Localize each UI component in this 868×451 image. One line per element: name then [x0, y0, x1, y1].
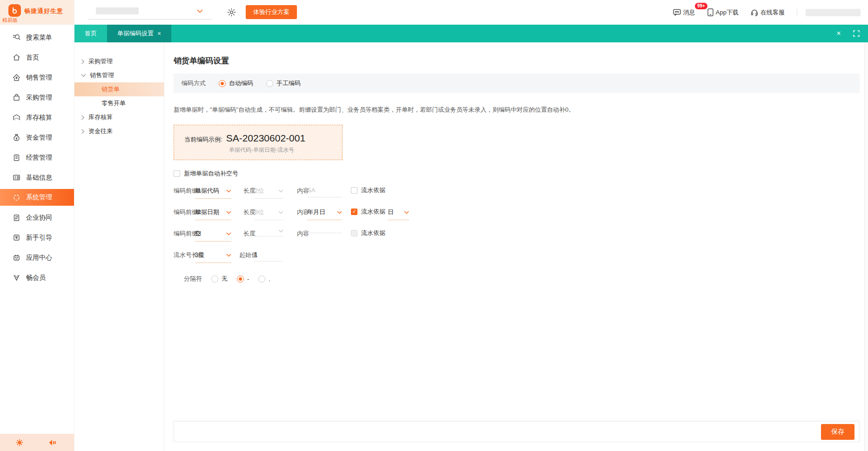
tree-item-purchase[interactable]: 采购管理	[74, 54, 164, 68]
chevron-down-icon	[226, 232, 231, 236]
separator-row: 分隔符 无 - .	[174, 275, 860, 283]
sidebar-item-search-menu[interactable]: 搜索菜单	[0, 27, 74, 47]
serial-length-select[interactable]: 3位	[195, 251, 231, 263]
prefix3-type-select[interactable]: 空	[195, 229, 231, 242]
sidebar-item-funds[interactable]: 资金管理	[0, 128, 74, 148]
radio-icon	[237, 276, 244, 283]
tab-home[interactable]: 首页	[74, 25, 107, 42]
main-content: 销货单编码设置 编码方式 自动编码 手工编码 新增单据时，"单据编码"自动生成，…	[164, 42, 868, 451]
sidebar-menu: 搜索菜单 首页 销售管理 采购管理 库存核算 资金管理	[0, 25, 74, 288]
trial-industry-plan-button[interactable]: 体验行业方案	[246, 5, 297, 19]
tree-item-sales[interactable]: 销售管理	[74, 68, 164, 82]
serial-label: 流水依据	[361, 186, 385, 195]
tree-item-retail-order[interactable]: 零售开单	[74, 96, 164, 110]
prefix2-content-select[interactable]: 年月日	[307, 208, 342, 220]
sidebar-item-label: 应用中心	[26, 254, 52, 262]
collapse-sidebar-icon[interactable]	[48, 439, 56, 446]
prefix3-content-input[interactable]	[307, 229, 342, 233]
tree-item-funds[interactable]: 资金往来	[74, 124, 164, 138]
separator-none-radio[interactable]: 无	[211, 275, 228, 283]
sidebar-item-collaboration[interactable]: 企业协同	[0, 208, 74, 228]
sidebar-item-system[interactable]: 系统管理	[0, 189, 74, 206]
tree-panel: 采购管理 销售管理 销货单 零售开单 库存核算 资金往来	[74, 42, 164, 451]
app-download-button[interactable]: App下载	[707, 8, 739, 17]
sidebar-item-app-center[interactable]: 应用中心	[0, 248, 74, 268]
auto-fill-gap-checkbox[interactable]: 新增单据自动补空号	[174, 169, 860, 178]
tree-item-sales-order[interactable]: 销货单	[74, 82, 164, 96]
checkbox-disabled-icon	[351, 230, 357, 236]
radio-manual-coding[interactable]: 手工编码	[266, 79, 301, 88]
save-button[interactable]: 保存	[821, 424, 855, 440]
settings-gear-icon[interactable]	[16, 439, 23, 446]
separator-dash-radio[interactable]: -	[237, 276, 249, 283]
serial-label: 流水依据	[361, 229, 385, 237]
headset-icon	[751, 9, 758, 16]
messages-badge: 99+	[695, 3, 707, 9]
id-card-icon	[13, 174, 20, 182]
coding-mode-strip: 编码方式 自动编码 手工编码	[174, 74, 860, 93]
app-download-label: App下载	[716, 8, 739, 17]
chevron-right-icon	[81, 115, 85, 120]
member-icon	[13, 274, 20, 282]
prefix2-type-select[interactable]: 单据日期	[195, 208, 231, 220]
vertical-scrollbar[interactable]	[864, 42, 868, 451]
topbar-right: 消息 99+ App下载 在线客服	[673, 0, 868, 25]
tree-item-label: 零售开单	[101, 99, 126, 108]
sidebar-item-home[interactable]: 首页	[0, 47, 74, 67]
logo-area: 畅捷通好生意 精易版	[0, 0, 74, 25]
sidebar-item-inventory[interactable]: 库存核算	[0, 108, 74, 128]
start-value-input[interactable]: 1	[254, 251, 283, 262]
radio-auto-coding[interactable]: 自动编码	[219, 79, 253, 88]
fullscreen-icon[interactable]	[851, 28, 861, 39]
tree-item-label: 资金往来	[88, 127, 113, 135]
chevron-down-icon	[337, 211, 342, 214]
separator-dot-radio[interactable]: .	[258, 276, 270, 283]
sidebar-item-label: 销售管理	[26, 74, 52, 82]
checkbox-icon	[174, 170, 180, 177]
sidebar-item-purchase[interactable]: 采购管理	[0, 88, 74, 108]
prefix1-type-select[interactable]: 单据代码	[195, 187, 231, 199]
chevron-down-icon	[197, 9, 203, 13]
topbar: 体验行业方案 消息 99+ App下载 在线客服	[74, 0, 868, 25]
prefix3-serial-checkbox[interactable]: 流水依据	[351, 229, 385, 237]
online-service-button[interactable]: 在线客服	[751, 8, 785, 17]
chevron-down-icon	[81, 74, 86, 77]
workspace: 采购管理 销售管理 销货单 零售开单 库存核算 资金往来 销货单编码	[74, 42, 868, 451]
prefix1-content-input[interactable]: SA	[307, 187, 342, 197]
prefix1-serial-checkbox[interactable]: 流水依据	[351, 186, 385, 195]
chevron-down-icon	[226, 211, 231, 214]
prefix2-serial-checkbox[interactable]: 流水依据	[351, 208, 385, 216]
tree-item-label: 销售管理	[90, 71, 114, 80]
prefix2-length-select[interactable]: 8位	[255, 208, 283, 220]
radio-icon	[219, 80, 226, 87]
sidebar-item-label: 库存核算	[26, 114, 52, 122]
newbie-guide-icon	[13, 234, 20, 242]
sidebar-item-operations[interactable]: 经营管理	[0, 148, 74, 168]
sidebar-item-guide[interactable]: 新手引导	[0, 228, 74, 248]
sidebar-footer	[0, 434, 74, 451]
online-service-label: 在线客服	[760, 8, 785, 17]
sidebar-item-member[interactable]: 畅会员	[0, 268, 74, 288]
topbar-gear-icon[interactable]	[225, 6, 237, 18]
organization-select[interactable]	[88, 5, 212, 20]
tab-document-code-settings[interactable]: 单据编码设置 ×	[107, 25, 171, 42]
redacted-user-name[interactable]	[806, 9, 861, 16]
close-all-tabs-icon[interactable]: ×	[834, 28, 844, 39]
chevron-down-icon	[278, 229, 283, 233]
sidebar-item-sales[interactable]: 销售管理	[0, 67, 74, 88]
length-label: 长度	[243, 187, 256, 195]
radio-label: 手工编码	[276, 79, 301, 88]
prefix1-length-select[interactable]: 2位	[255, 187, 283, 199]
sidebar-item-basic-info[interactable]: 基础信息	[0, 168, 74, 188]
tab-close-icon[interactable]: ×	[157, 30, 161, 37]
prefix-row-1: 编码前缀1 单据代码 长度 2位 内容 SA	[174, 184, 860, 199]
radio-icon	[266, 80, 273, 87]
tree-item-inventory-accounting[interactable]: 库存核算	[74, 110, 164, 124]
prefix3-length-select[interactable]	[255, 229, 283, 236]
messages-button[interactable]: 消息 99+	[673, 8, 695, 17]
radio-icon	[211, 276, 218, 283]
tree-item-label: 库存核算	[88, 113, 113, 121]
chevron-down-icon	[278, 189, 283, 193]
example-hint: 单据代码-单据日期-流水号	[229, 146, 342, 154]
prefix2-serial-unit-select[interactable]: 日	[388, 208, 409, 220]
